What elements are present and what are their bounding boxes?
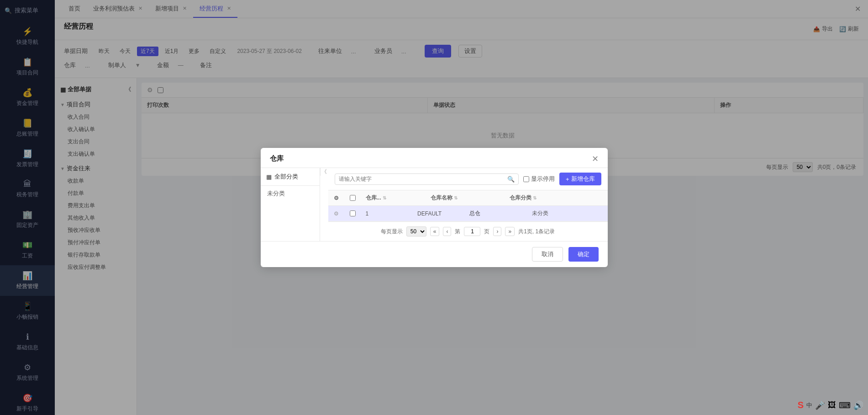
- show-disabled-text: 显示停用: [531, 175, 555, 183]
- sort-code-icon[interactable]: ⇅: [383, 195, 386, 200]
- modal-pagination: 每页显示 50 « ‹ 第 页 › » 共1页, 1条记录: [328, 221, 608, 241]
- add-icon: +: [566, 176, 569, 183]
- next-page-btn[interactable]: ›: [493, 227, 501, 236]
- mth-gear[interactable]: ⚙: [328, 191, 345, 205]
- modal-header: 仓库 ✕: [261, 148, 608, 168]
- first-page-btn[interactable]: «: [430, 227, 440, 236]
- add-warehouse-label: 新增仓库: [571, 175, 595, 183]
- mth-check[interactable]: [345, 191, 361, 205]
- modal-body: ▦ 全部分类 未分类 《 🔍 显示停用: [261, 168, 608, 241]
- row-checkbox-1[interactable]: [350, 210, 356, 216]
- show-disabled-label[interactable]: 显示停用: [523, 175, 555, 183]
- cancel-button[interactable]: 取消: [532, 247, 563, 262]
- mth-category: 仓库分类 ⇅: [505, 190, 607, 205]
- current-page-input[interactable]: [464, 227, 480, 236]
- row-category-value: 未分类: [532, 210, 548, 216]
- modal-all-category[interactable]: ▦ 全部分类: [261, 168, 320, 186]
- logo-icon: S: [798, 400, 804, 410]
- mic-icon[interactable]: 🎤: [815, 400, 825, 410]
- modal-close-button[interactable]: ✕: [592, 155, 599, 163]
- row-default-value: DEFAULT: [417, 210, 442, 217]
- modal-table-select-all[interactable]: [350, 195, 356, 201]
- modal-search-input[interactable]: [339, 176, 505, 182]
- mth-code: 仓库... ⇅: [361, 190, 426, 205]
- modal-search-icon[interactable]: 🔍: [507, 176, 515, 183]
- chinese-icon: 中: [806, 401, 812, 410]
- modal-search-box: 🔍: [335, 173, 519, 185]
- modal-category-unclassified[interactable]: 未分类: [261, 186, 320, 201]
- gear-col-icon: ⚙: [334, 195, 339, 201]
- modal-all-category-label: 全部分类: [274, 173, 298, 181]
- speaker-icon[interactable]: 🔊: [853, 400, 863, 410]
- mtd-category-1: 未分类: [527, 206, 608, 221]
- modal-overlay: 仓库 ✕ ▦ 全部分类 未分类 《: [0, 0, 868, 415]
- mth-code-label: 仓库...: [366, 194, 381, 202]
- mtd-code-1: 1: [361, 207, 413, 221]
- confirm-button[interactable]: 确定: [568, 247, 599, 262]
- modal-grid-icon: ▦: [266, 173, 272, 180]
- modal-table-header: ⚙ 仓库... ⇅ 仓库名称 ⇅: [328, 190, 608, 206]
- row-name-value: 总仓: [469, 210, 480, 216]
- mtd-gear-1[interactable]: ⚙: [328, 207, 345, 221]
- modal-footer: 取消 确定: [261, 241, 608, 267]
- sort-category-icon[interactable]: ⇅: [533, 195, 537, 200]
- total-text: 共1页, 1条记录: [518, 228, 555, 236]
- modal-table: ⚙ 仓库... ⇅ 仓库名称 ⇅: [328, 190, 608, 221]
- keyboard-icon[interactable]: ⌨: [839, 400, 851, 410]
- add-warehouse-button[interactable]: + 新增仓库: [559, 173, 601, 185]
- last-page-btn[interactable]: »: [505, 227, 515, 236]
- sort-name-icon[interactable]: ⇅: [454, 195, 458, 200]
- row-gear-icon: ⚙: [334, 210, 339, 217]
- mtd-name-1: 总仓: [465, 206, 527, 221]
- show-disabled-checkbox[interactable]: [523, 176, 529, 182]
- page-suffix: 页: [484, 228, 489, 236]
- page-prefix: 第: [455, 228, 460, 236]
- mth-name-label: 仓库名称: [431, 194, 452, 202]
- warehouse-modal: 仓库 ✕ ▦ 全部分类 未分类 《: [261, 148, 608, 267]
- per-page-text: 每页显示: [381, 228, 403, 236]
- modal-category-panel: ▦ 全部分类 未分类: [261, 168, 320, 241]
- modal-toggle-icon: 《: [321, 168, 327, 176]
- prev-page-btn[interactable]: ‹: [443, 227, 451, 236]
- row-code-value: 1: [366, 210, 369, 217]
- bottom-right-icons: S 中 🎤 🖼 ⌨ 🔊: [798, 400, 863, 410]
- modal-toolbar: 🔍 显示停用 + 新增仓库: [328, 168, 608, 190]
- modal-left-toggle[interactable]: 《: [320, 168, 328, 176]
- mth-category-label: 仓库分类: [510, 194, 531, 202]
- mth-name: 仓库名称 ⇅: [426, 190, 505, 205]
- image-icon[interactable]: 🖼: [828, 400, 836, 410]
- mtd-check-1[interactable]: [345, 207, 361, 220]
- modal-per-page-select[interactable]: 50: [406, 226, 426, 236]
- modal-title: 仓库: [270, 154, 284, 163]
- modal-right-panel: 🔍 显示停用 + 新增仓库 ⚙: [328, 168, 608, 241]
- table-row[interactable]: ⚙ 1 DEFAULT 总仓: [328, 206, 608, 221]
- mtd-default-1: DEFAULT: [413, 207, 465, 221]
